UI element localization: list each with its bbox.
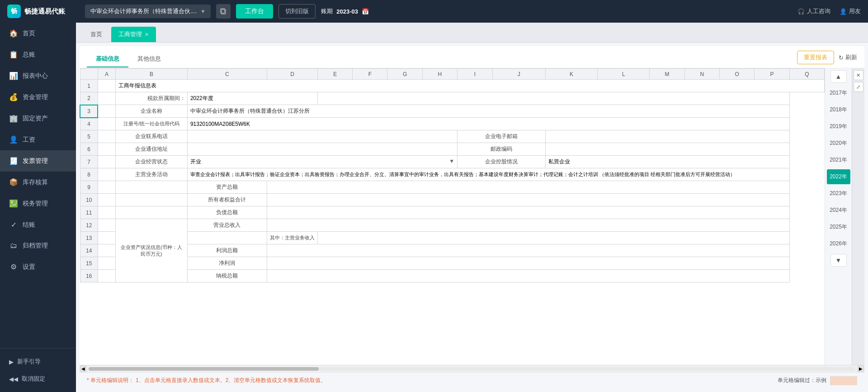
year-nav-up[interactable]: ▲: [830, 70, 847, 83]
cell-6b: 企业通信地址: [115, 143, 187, 156]
scroll-thumb[interactable]: [89, 367, 319, 371]
new-user-guide[interactable]: ▶ 新手引导: [0, 353, 76, 370]
company-name-text: 中审众环会计师事务所（特殊普通合伙....: [90, 7, 197, 15]
cell-9a[interactable]: [98, 181, 115, 194]
year-2020[interactable]: 2020年: [827, 136, 850, 151]
cell-14d[interactable]: [267, 244, 790, 257]
tab-business-management[interactable]: 工商管理 ✕: [111, 27, 156, 42]
year-2025[interactable]: 2025年: [827, 220, 850, 234]
sidebar-item-finance[interactable]: 💰 资金管理: [0, 86, 76, 108]
cell-8b: 主营业务活动: [115, 168, 187, 181]
year-2026[interactable]: 2026年: [827, 236, 850, 251]
cell-4a[interactable]: [98, 118, 115, 130]
cell-9d[interactable]: [267, 181, 790, 194]
col-header-rn: [80, 69, 98, 80]
table-row: 16 纳税总额: [80, 270, 825, 282]
service-button[interactable]: 🎧 人工咨询: [797, 7, 830, 15]
cell-2e-rest[interactable]: [318, 92, 790, 105]
user-area[interactable]: 👤 用友: [840, 7, 861, 15]
cell-10d[interactable]: [267, 194, 790, 206]
cell-12d[interactable]: [267, 219, 790, 232]
cell-13c[interactable]: [187, 232, 267, 244]
cell-16d[interactable]: [267, 270, 790, 282]
year-2018[interactable]: 2018年: [827, 102, 850, 117]
cell-16a[interactable]: [98, 270, 115, 282]
horizontal-scrollbar[interactable]: ◀ ▶: [80, 365, 864, 372]
scroll-right-button[interactable]: ▶: [857, 365, 864, 373]
cell-5b: 企业联系电话: [115, 130, 187, 143]
cell-9b[interactable]: [115, 181, 187, 194]
cell-15a[interactable]: [98, 257, 115, 270]
cell-11a[interactable]: [98, 206, 115, 219]
sidebar-item-close[interactable]: ✓ 结账: [0, 214, 76, 235]
cell-12a[interactable]: [98, 219, 115, 232]
sidebar-item-home[interactable]: 🏠 首页: [0, 23, 76, 44]
year-2023[interactable]: 2023年: [827, 186, 850, 201]
cell-13e[interactable]: [318, 232, 790, 244]
cell-8a[interactable]: [98, 168, 115, 181]
table-row: 1 工商年报信息表: [80, 80, 825, 92]
cell-4b: 注册号/统一社会信用代码: [115, 118, 187, 130]
cell-12c: 营业总收入: [187, 219, 267, 232]
row-num-5: 5: [80, 130, 98, 143]
year-2022[interactable]: 2022年: [827, 169, 850, 184]
sidebar-item-tax[interactable]: 💹 税务管理: [0, 193, 76, 214]
cell-10b[interactable]: [115, 194, 187, 206]
sidebar-item-settings[interactable]: ⚙ 设置: [0, 256, 76, 277]
year-2019[interactable]: 2019年: [827, 119, 850, 134]
cell-7a[interactable]: [98, 156, 115, 168]
scroll-left-button[interactable]: ◀: [80, 365, 87, 373]
sidebar-item-archive[interactable]: 🗂 归档管理: [0, 235, 76, 256]
copy-button[interactable]: [216, 4, 231, 19]
year-2017[interactable]: 2017年: [827, 86, 850, 100]
cell-11d[interactable]: [267, 206, 790, 219]
workbench-button[interactable]: 工作台: [236, 4, 273, 19]
sidebar-item-assets[interactable]: 🏢 固定资产: [0, 108, 76, 129]
expand-right-button[interactable]: ⤢: [854, 82, 863, 92]
cell-5a[interactable]: [98, 130, 115, 143]
new-user-label: 新手引导: [17, 358, 41, 366]
cell-14a[interactable]: [98, 244, 115, 257]
cell-3a[interactable]: [98, 105, 115, 118]
cell-13a[interactable]: [98, 232, 115, 244]
refresh-button[interactable]: ↻ 刷新: [839, 53, 857, 62]
cell-3c[interactable]: 中审众环会计师事务所（特殊普通合伙）江苏分所: [187, 105, 789, 118]
cell-15d[interactable]: [267, 257, 790, 270]
tab-close-icon[interactable]: ✕: [145, 32, 149, 38]
sub-tab-basic[interactable]: 基础信息: [87, 51, 128, 67]
cancel-pin[interactable]: ◀◀ 取消固定: [0, 370, 76, 387]
sidebar-item-inventory[interactable]: 📦 库存核算: [0, 172, 76, 193]
cell-10a[interactable]: [98, 194, 115, 206]
note-right: 单元格编辑过：示例: [778, 376, 857, 385]
sidebar-item-ledger[interactable]: 📋 总账: [0, 44, 76, 65]
scroll-track[interactable]: [89, 367, 855, 371]
cell-6k[interactable]: [545, 143, 789, 156]
table-row: 5 企业联系电话 企业电子邮箱: [80, 130, 825, 143]
year-2021[interactable]: 2021年: [827, 153, 850, 167]
cell-7k[interactable]: 私营企业: [545, 156, 789, 168]
collapse-right-button[interactable]: ✕: [854, 70, 863, 80]
tab-home[interactable]: 首页: [83, 27, 109, 42]
sidebar-item-report[interactable]: 📊 报表中心: [0, 65, 76, 86]
cell-8c[interactable]: 审查企业会计报表；出具审计报告；验证企业资本；出具验资报告；办理企业合开、分立、…: [187, 168, 789, 181]
cell-6c[interactable]: [187, 143, 457, 156]
year-2024[interactable]: 2024年: [827, 203, 850, 218]
reset-report-button[interactable]: 重置报表: [797, 51, 834, 64]
sidebar-item-invoice[interactable]: 🧾 发票管理: [0, 150, 76, 172]
cell-11b[interactable]: [115, 206, 187, 219]
cell-4c[interactable]: 91320100MA208E5W6K: [187, 118, 789, 130]
sheet-main[interactable]: A B C D E F G H I J K L: [80, 68, 825, 365]
sub-tab-other[interactable]: 其他信息: [128, 51, 170, 67]
cell-1a[interactable]: [98, 80, 115, 92]
cell-5c[interactable]: [187, 130, 457, 143]
company-selector[interactable]: 中审众环会计师事务所（特殊普通合伙.... ▼: [85, 5, 211, 18]
cell-7c-dropdown[interactable]: 开业 ▼: [187, 156, 457, 168]
cell-2a[interactable]: [98, 92, 115, 105]
calendar-icon[interactable]: 📅: [362, 8, 369, 15]
old-version-button[interactable]: 切到旧版: [278, 4, 316, 19]
cell-5k[interactable]: [545, 130, 789, 143]
sidebar-item-salary[interactable]: 👤 工资: [0, 129, 76, 150]
year-nav-down[interactable]: ▼: [830, 254, 847, 267]
cell-2c[interactable]: 2022年度: [187, 92, 317, 105]
cell-6a[interactable]: [98, 143, 115, 156]
